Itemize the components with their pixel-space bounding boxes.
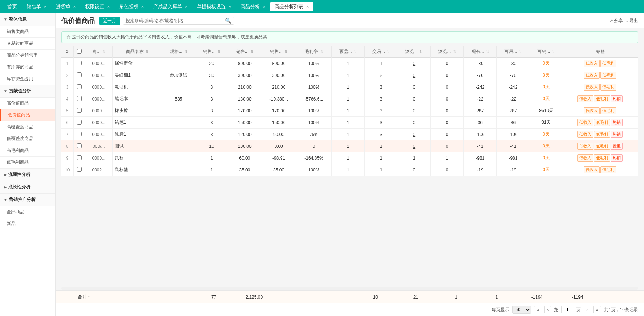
sidebar-item-low-value[interactable]: 低价值商品 bbox=[0, 109, 55, 121]
nav-analysis[interactable]: 商品分析 × bbox=[236, 2, 269, 11]
cell-checkbox[interactable] bbox=[73, 105, 85, 117]
cell-views1[interactable]: 0 bbox=[398, 81, 430, 93]
cell-checkbox[interactable] bbox=[73, 140, 85, 152]
cell-views1[interactable]: 0 bbox=[398, 93, 430, 105]
sidebar-group-marketing[interactable]: ▼ 营销推广分析 bbox=[0, 194, 55, 206]
last-page-btn[interactable]: » bbox=[593, 306, 601, 313]
cell-views1[interactable]: 0 bbox=[398, 117, 430, 129]
row-checkbox-3[interactable] bbox=[77, 96, 82, 101]
views1-link[interactable]: 0 bbox=[413, 132, 415, 137]
cell-views1[interactable]: 1 bbox=[398, 152, 430, 164]
cell-checkbox[interactable] bbox=[73, 69, 85, 81]
views1-link[interactable]: 0 bbox=[413, 144, 415, 149]
export-button[interactable]: ↓ 导出 bbox=[626, 18, 638, 24]
col-spec[interactable]: 规格... ⇅ bbox=[162, 46, 195, 58]
sidebar-group-flow[interactable]: ▶ 流通性分析 bbox=[0, 169, 55, 181]
col-name[interactable]: 商品名称 ⇅ bbox=[113, 46, 162, 58]
col-sales-amt[interactable]: 销售... ⇅ bbox=[228, 46, 261, 58]
cell-views1[interactable]: 0 bbox=[398, 58, 430, 69]
sidebar-group-growth[interactable]: ▶ 成长性分析 bbox=[0, 181, 55, 194]
sidebar-item-new-goods[interactable]: 新品 bbox=[0, 218, 55, 230]
nav-home[interactable]: 首页 bbox=[3, 2, 21, 11]
cell-checkbox[interactable] bbox=[73, 164, 85, 176]
nav-templates[interactable]: 单据模板设置 × bbox=[192, 2, 235, 11]
sidebar-item-high-margin[interactable]: 高毛利商品 bbox=[0, 145, 55, 157]
col-current[interactable]: 现有... ⇅ bbox=[464, 46, 497, 58]
cell-sales-qty: 3 bbox=[195, 81, 228, 93]
sidebar-group-contribution[interactable]: ▼ 贡献值分析 bbox=[0, 85, 55, 98]
cell-views1[interactable]: 0 bbox=[398, 164, 430, 176]
views1-link[interactable]: 0 bbox=[413, 61, 415, 66]
cell-checkbox[interactable] bbox=[73, 58, 85, 69]
page-size-select[interactable]: 10 20 50 100 bbox=[512, 306, 531, 314]
cell-coverage: 1 bbox=[332, 81, 365, 93]
share-button[interactable]: ↗ 分享 bbox=[609, 18, 623, 24]
col-sales-price[interactable]: 销售... ⇅ bbox=[261, 46, 296, 58]
row-checkbox-2[interactable] bbox=[77, 84, 82, 89]
sidebar-item-sales-goods[interactable]: 销售类商品 bbox=[0, 26, 55, 38]
nav-permissions[interactable]: 权限设置 × bbox=[81, 2, 114, 11]
col-views1[interactable]: 浏览... ⇅ bbox=[398, 46, 430, 58]
cell-views1[interactable]: 0 bbox=[398, 129, 430, 140]
col-views2[interactable]: 浏览... ⇅ bbox=[430, 46, 463, 58]
row-checkbox-7[interactable] bbox=[77, 143, 82, 148]
views1-link[interactable]: 0 bbox=[413, 85, 415, 90]
row-checkbox-8[interactable] bbox=[77, 155, 82, 160]
cell-name: 铅笔1 bbox=[113, 117, 162, 129]
nav-sales[interactable]: 销售单 × bbox=[22, 2, 51, 11]
sidebar-item-traded[interactable]: 交易过的商品 bbox=[0, 38, 55, 50]
col-code[interactable]: 商... ⇅ bbox=[85, 46, 113, 58]
nav-roles[interactable]: 角色授权 × bbox=[115, 2, 148, 11]
row-checkbox-1[interactable] bbox=[77, 72, 82, 77]
prev-page-btn[interactable]: ‹ bbox=[544, 306, 551, 313]
nav-purchase[interactable]: 进货单 × bbox=[51, 2, 80, 11]
select-all-checkbox[interactable] bbox=[77, 49, 82, 54]
cell-current: 36 bbox=[464, 117, 497, 129]
sidebar-item-high-value[interactable]: 高价值商品 bbox=[0, 98, 55, 109]
first-page-btn[interactable]: « bbox=[534, 306, 542, 313]
cell-checkbox[interactable] bbox=[73, 152, 85, 164]
row-checkbox-4[interactable] bbox=[77, 108, 82, 113]
col-saleable[interactable]: 可销... ⇅ bbox=[530, 46, 563, 58]
next-page-btn[interactable]: › bbox=[584, 306, 590, 313]
sidebar-item-high-coverage[interactable]: 高覆盖度商品 bbox=[0, 121, 55, 133]
cell-views1[interactable]: 0 bbox=[398, 69, 430, 81]
page-input[interactable] bbox=[561, 306, 573, 313]
views1-link[interactable]: 0 bbox=[413, 108, 415, 113]
views1-link[interactable]: 0 bbox=[413, 167, 415, 173]
col-sales-qty[interactable]: 销售... ⇅ bbox=[195, 46, 228, 58]
col-margin[interactable]: 毛利率 ⇅ bbox=[296, 46, 331, 58]
row-checkbox-5[interactable] bbox=[77, 120, 82, 125]
sidebar-item-low-coverage[interactable]: 低覆盖度商品 bbox=[0, 133, 55, 145]
horizontal-scrollbar[interactable] bbox=[61, 287, 638, 290]
cell-checkbox[interactable] bbox=[73, 117, 85, 129]
cell-views1[interactable]: 0 bbox=[398, 105, 430, 117]
views1-link[interactable]: 0 bbox=[413, 96, 415, 102]
col-coverage[interactable]: 覆盖... ⇅ bbox=[332, 46, 365, 58]
search-input[interactable] bbox=[125, 18, 224, 23]
views1-link[interactable]: 0 bbox=[413, 120, 415, 125]
tag-低毛利: 低毛利 bbox=[594, 131, 610, 138]
sidebar-item-inventory-goods[interactable]: 有库存的商品 bbox=[0, 61, 55, 73]
row-checkbox-6[interactable] bbox=[77, 132, 82, 136]
col-trade[interactable]: 交易... ⇅ bbox=[365, 46, 398, 58]
row-checkbox-9[interactable] bbox=[77, 167, 82, 172]
col-available[interactable]: 可用... ⇅ bbox=[497, 46, 530, 58]
col-settings[interactable]: ⚙ bbox=[61, 46, 73, 58]
views1-link[interactable]: 0 bbox=[413, 73, 415, 78]
cell-checkbox[interactable] bbox=[73, 129, 85, 140]
cell-checkbox[interactable] bbox=[73, 93, 85, 105]
col-checkbox-all[interactable] bbox=[73, 46, 85, 58]
sidebar-group-overall[interactable]: ▼ 整体信息 bbox=[0, 13, 55, 26]
cell-views1[interactable]: 0 bbox=[398, 140, 430, 152]
views1-link[interactable]: 1 bbox=[413, 156, 415, 161]
sidebar-item-all-goods[interactable]: 全部商品 bbox=[0, 206, 55, 218]
sidebar-item-category-rate[interactable]: 商品分类销售率 bbox=[0, 50, 55, 61]
nav-inventory[interactable]: 产成品入库单 × bbox=[149, 2, 192, 11]
nav-analysis-list[interactable]: 商品分析列表 × bbox=[270, 2, 313, 11]
filter-recent-month[interactable]: 近一月 bbox=[99, 17, 120, 25]
sidebar-item-capital[interactable]: 库存资金占用 bbox=[0, 73, 55, 85]
sidebar-item-low-margin[interactable]: 低毛利商品 bbox=[0, 157, 55, 169]
row-checkbox-0[interactable] bbox=[77, 61, 82, 65]
cell-checkbox[interactable] bbox=[73, 81, 85, 93]
